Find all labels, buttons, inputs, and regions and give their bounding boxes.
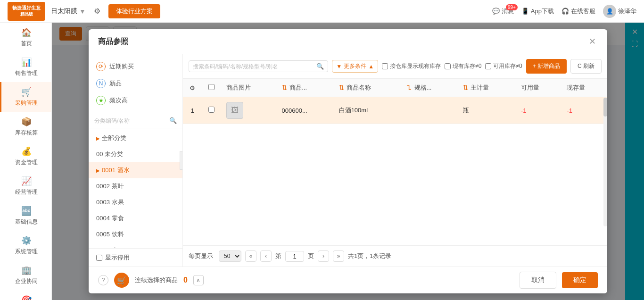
first-page-button[interactable]: « — [245, 250, 256, 262]
modal-title: 商品参照 — [98, 37, 128, 47]
sidebar-item-sales[interactable]: 📊 销售管理 — [0, 52, 51, 82]
category-liquor[interactable]: ▶ 0001 酒水 — [89, 162, 182, 178]
left-panel-footer: 显示停用 — [89, 248, 182, 267]
more-filters-button[interactable]: ▼ 更多条件 ▲ — [332, 60, 378, 73]
settings-icon[interactable]: ⚙ — [90, 4, 105, 19]
last-page-button[interactable]: » — [333, 250, 344, 262]
active-arrow-icon: ▶ — [96, 168, 100, 173]
headset-icon: 🎧 — [561, 8, 569, 15]
row-checkbox[interactable] — [208, 107, 215, 113]
col-available[interactable]: 可用量 — [515, 79, 561, 97]
select-all-checkbox[interactable] — [208, 84, 215, 90]
modal-close-button[interactable]: ✕ — [586, 36, 598, 47]
category-snacks[interactable]: 0004 零食 — [89, 210, 182, 226]
modal-body: ⟳ 近期购买 N 新品 ★ 频次高 — [89, 54, 607, 267]
stock-neq0-checkbox-label[interactable]: 现有库存≠0 — [445, 62, 481, 70]
right-panel: 🔍 ▼ 更多条件 ▲ 按仓库显示现有库存 — [183, 54, 607, 267]
row-name-cell: 白酒100ml — [333, 97, 401, 124]
page-size-label: 每页显示 — [189, 252, 213, 260]
operations-icon: 📈 — [21, 176, 32, 186]
panel-collapse-button[interactable]: 《 — [180, 151, 183, 170]
sidebar-item-finance[interactable]: 💰 资金管理 — [0, 142, 51, 171]
category-tea[interactable]: 0002 茶叶 — [89, 178, 182, 194]
sidebar-label-enterprise: 企业协同 — [15, 277, 38, 285]
table-settings-icon[interactable]: ⚙ — [190, 84, 195, 92]
image-placeholder: 🖼 — [231, 106, 239, 115]
col-checkbox — [202, 79, 221, 97]
quick-filters: ⟳ 近期购买 N 新品 ★ 频次高 — [89, 54, 182, 113]
col-name[interactable]: ⇅ 商品名称 — [333, 79, 401, 97]
show-disabled-checkbox[interactable] — [96, 255, 102, 261]
messages-button[interactable]: 💬 消息 99+ — [492, 7, 514, 16]
filter-new-label: 新品 — [109, 79, 122, 88]
col-unit[interactable]: ⇅ 主计量 — [457, 79, 515, 97]
store-selector[interactable]: 日太阳膜 ▼ — [51, 7, 86, 16]
scrollbar-thumb — [603, 98, 607, 117]
sort-name-icon: ⇅ — [339, 84, 344, 91]
sidebar-item-home[interactable]: 🏠 首页 — [0, 23, 51, 52]
product-table-container: ⚙ 商品图片 — [183, 79, 607, 245]
col-spec[interactable]: ⇅ 规格... — [401, 79, 457, 97]
main-layout: 🏠 首页 📊 销售管理 🛒 采购管理 📦 库存核算 💰 资金管理 📈 经营管理 … — [0, 23, 644, 300]
category-search-input[interactable] — [94, 117, 167, 124]
category-unclassified[interactable]: 00 未分类 — [89, 146, 182, 162]
available-neq0-checkbox[interactable] — [485, 63, 491, 69]
customer-service-button[interactable]: 🎧 在线客服 — [561, 7, 595, 16]
category-fruit[interactable]: 0003 水果 — [89, 194, 182, 210]
add-product-button[interactable]: + 新增商品 — [526, 59, 567, 74]
category-search-icon[interactable]: 🔍 — [169, 117, 177, 124]
sidebar-label-sales: 销售管理 — [15, 69, 38, 77]
sidebar-item-purchase[interactable]: 🛒 采购管理 — [0, 82, 51, 112]
sidebar-item-guide[interactable]: 🎯 新手引导 — [0, 290, 51, 300]
page-size-select[interactable]: 50 — [219, 250, 241, 262]
row-checkbox-cell[interactable] — [202, 97, 221, 124]
page-number-input[interactable] — [285, 251, 304, 262]
app-download-button[interactable]: 📱 App下载 — [521, 7, 554, 16]
table-scrollbar[interactable] — [603, 98, 607, 226]
basics-icon: 🔤 — [21, 206, 32, 216]
col-stock[interactable]: 现存量 — [561, 79, 607, 97]
search-icon[interactable]: 🔍 — [316, 63, 324, 70]
available-neq0-checkbox-label[interactable]: 可用库存≠0 — [485, 62, 522, 70]
confirm-button[interactable]: 确定 — [562, 272, 598, 288]
filter-up-icon: ▲ — [368, 63, 374, 70]
filter-high-frequency[interactable]: ★ 频次高 — [89, 92, 182, 109]
system-icon: ⚙️ — [21, 235, 32, 246]
category-water[interactable]: 0008 水 — [89, 242, 182, 248]
sidebar-item-system[interactable]: ⚙️ 系统管理 — [0, 231, 51, 260]
cancel-button[interactable]: 取消 — [520, 272, 556, 289]
modal-footer: ? 🛒 连续选择的商品 0 ∧ 取消 确定 — [89, 267, 607, 293]
category-all[interactable]: ▶ 全部分类 — [89, 130, 182, 146]
warehouse-filter-checkbox[interactable] — [382, 63, 388, 69]
filter-new-products[interactable]: N 新品 — [89, 75, 182, 92]
sidebar-item-enterprise[interactable]: 🏢 企业协同 — [0, 260, 51, 290]
next-page-button[interactable]: › — [318, 250, 329, 262]
product-search-input[interactable] — [193, 63, 314, 70]
refresh-button[interactable]: C 刷新 — [570, 59, 602, 74]
sidebar-item-operations[interactable]: 📈 经营管理 — [0, 171, 51, 201]
col-settings[interactable]: ⚙ — [183, 79, 202, 97]
row-unit-cell: 瓶 — [457, 97, 515, 124]
table-row[interactable]: 1 🖼 — [183, 97, 607, 124]
filter-freq-label: 频次高 — [109, 96, 128, 105]
sidebar-item-inventory[interactable]: 📦 库存核算 — [0, 112, 51, 142]
category-drinks[interactable]: 0005 饮料 — [89, 226, 182, 242]
prev-page-button[interactable]: ‹ — [260, 250, 272, 262]
new-icon: N — [96, 79, 106, 88]
page-word2: 页 — [308, 252, 314, 260]
category-tree: ▶ 全部分类 00 未分类 ▶ 0001 酒水 0002 茶 — [89, 128, 182, 248]
expand-arrow-icon: ▶ — [96, 136, 100, 141]
col-code[interactable]: ⇅ 商品... — [276, 79, 333, 97]
show-disabled-label: 显示停用 — [105, 253, 130, 262]
message-badge: 99+ — [506, 4, 518, 10]
navbar: 畅捷通好生意 精品版 日太阳膜 ▼ ⚙ 体验行业方案 💬 消息 99+ 📱 Ap… — [0, 0, 644, 23]
try-industry-button[interactable]: 体验行业方案 — [108, 4, 160, 18]
help-button[interactable]: ? — [98, 275, 108, 285]
category-search: 🔍 — [89, 113, 182, 128]
stock-neq0-checkbox[interactable] — [445, 63, 451, 69]
user-profile[interactable]: 👤 徐泽华 — [603, 5, 636, 18]
filter-recent-purchase[interactable]: ⟳ 近期购买 — [89, 58, 182, 75]
sidebar-item-basics[interactable]: 🔤 基础信息 — [0, 201, 51, 231]
warehouse-filter-checkbox-label[interactable]: 按仓库显示现有库存 — [382, 62, 441, 70]
collapse-footer-button[interactable]: ∧ — [193, 275, 204, 285]
